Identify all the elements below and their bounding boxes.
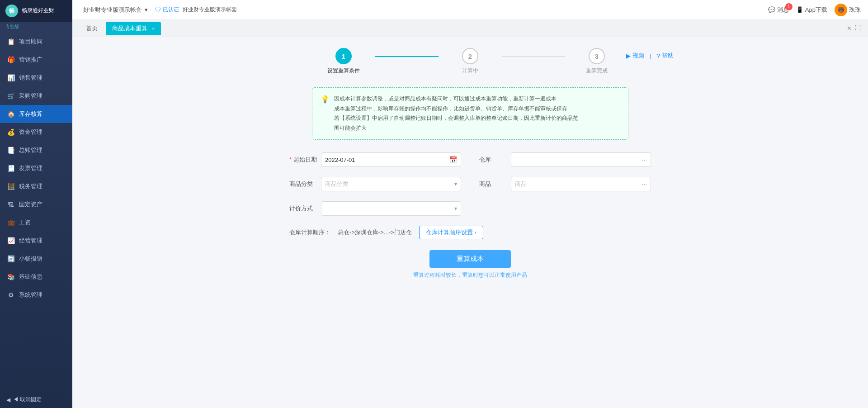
assets-icon: 🏗 [6, 200, 15, 209]
expense-icon: 🔄 [6, 254, 15, 263]
stepper-help: ▶ 视频 | ? 帮助 [626, 52, 674, 60]
inventory-icon: 🏠 [6, 109, 15, 119]
tab-recalc[interactable]: 商品成本重算× [106, 22, 161, 35]
warehouse-more-icon[interactable]: ··· [642, 156, 647, 163]
sidebar-label-invoice: 发票管理 [19, 164, 42, 172]
stepper-circle-0: 1 [335, 48, 352, 64]
recalc-section: 重算成本 重算过程耗时较长，重算时您可以正常使用产品 [289, 250, 651, 279]
tab-label-recalc: 商品成本重算 [112, 24, 147, 33]
category-arrow-icon: ▾ [454, 181, 457, 187]
sidebar-item-basic[interactable]: 📚 基础信息 [0, 268, 72, 286]
stepper-label-2: 重算完成 [586, 67, 608, 75]
messages-badge: 1 [785, 3, 793, 10]
sidebar-item-tax[interactable]: 🧮 税务管理 [0, 177, 72, 195]
sidebar-item-payroll[interactable]: 💼 工资 [0, 213, 72, 232]
sidebar-label-assets: 固定资产 [19, 200, 42, 209]
sidebar-item-finance[interactable]: 💰 资金管理 [0, 123, 72, 141]
goods-label: 商品 [479, 180, 511, 188]
sidebar-item-invoice[interactable]: 🧾 发票管理 [0, 159, 72, 177]
sidebar-label-expense: 小畅报销 [19, 255, 42, 263]
warehouse-order-settings-button[interactable]: 仓库计算顺序设置 › [419, 226, 483, 239]
recalc-button[interactable]: 重算成本 [429, 250, 511, 268]
sidebar-item-marketing[interactable]: 🎁 营销推广 [0, 51, 72, 69]
warehouse-order-label: 仓库计算顺序： [289, 228, 330, 237]
warehouse-field: 仓库 ··· [479, 152, 651, 167]
sidebar-label-ledger: 总账管理 [19, 146, 42, 154]
sidebar-label-basic: 基础信息 [19, 273, 42, 281]
category-input[interactable]: 商品分类 ▾ [321, 177, 461, 191]
pricing-field: 计价方式 ▾ [289, 201, 461, 216]
content-area: 1 设置重算条件 2 计算中 3 重算完成 ▶ 视频 | ? 帮助 [72, 37, 868, 408]
notice-text: 因成本计算参数调整，或是对商品成本有疑问时，可以通过成本重算功能，重新计算一遍成… [334, 94, 578, 133]
tab-actions: × ⛶ [847, 24, 861, 33]
messages-button[interactable]: 💬 消息 1 [768, 6, 789, 14]
start-date-input[interactable]: 2022-07-01 📅 [321, 152, 461, 167]
sidebar-item-inventory[interactable]: 🏠 库存核算 [0, 105, 72, 123]
goods-input[interactable]: 商品 ··· [511, 177, 651, 191]
sales-icon: 📊 [6, 73, 15, 82]
verified-badge: 🛡 已认证 [155, 6, 179, 14]
video-help-button[interactable]: ▶ 视频 [626, 52, 644, 60]
sidebar-label-operation: 经营管理 [19, 237, 42, 245]
stepper-line-1 [375, 56, 439, 57]
basic-icon: 📚 [6, 272, 15, 281]
purchase-icon: 🛒 [6, 91, 15, 100]
project-icon: 📋 [6, 37, 15, 46]
warehouse-label: 仓库 [479, 156, 511, 164]
warehouse-order-row: 仓库计算顺序： 总仓->深圳仓库->...->门店仓 仓库计算顺序设置 › [289, 226, 651, 239]
sidebar-item-project[interactable]: 📋 项目顾问 [0, 33, 72, 51]
expand-panel-button[interactable]: ⛶ [855, 24, 861, 33]
tab-close-recalc[interactable]: × [152, 26, 155, 31]
pricing-label: 计价方式 [289, 204, 321, 213]
recalc-hint: 重算过程耗时较长，重算时您可以正常使用产品 [289, 271, 651, 279]
calendar-icon[interactable]: 📅 [449, 156, 457, 163]
user-avatar-button[interactable]: 🐻 珠珠 [835, 4, 861, 16]
sidebar-item-assets[interactable]: 🏗 固定资产 [0, 195, 72, 213]
stepper-step-0: 1 设置重算条件 [312, 48, 375, 75]
sidebar-item-operation[interactable]: 📈 经营管理 [0, 232, 72, 250]
sidebar-item-purchase[interactable]: 🛒 采购管理 [0, 87, 72, 105]
logo-icon: 畅 [5, 5, 18, 17]
sidebar-logo: 畅 畅康通好业财 [0, 0, 72, 22]
stepper-label-1: 计算中 [462, 67, 478, 75]
sidebar-label-purchase: 采购管理 [19, 92, 42, 100]
warehouse-input[interactable]: ··· [511, 152, 651, 167]
sidebar-item-ledger[interactable]: 📑 总账管理 [0, 141, 72, 159]
marketing-icon: 🎁 [6, 55, 15, 64]
sidebar-item-sales[interactable]: 📊 销售管理 [0, 69, 72, 87]
start-date-field: 起始日期 2022-07-01 📅 [289, 152, 461, 167]
category-label: 商品分类 [289, 180, 321, 188]
close-panel-button[interactable]: × [847, 24, 851, 33]
chevron-down-icon: ▾ [145, 6, 148, 13]
question-icon: ? [657, 52, 660, 59]
sidebar-label-project: 项目顾问 [19, 38, 42, 46]
sidebar-label-inventory: 库存核算 [19, 110, 42, 118]
pricing-input[interactable]: ▾ [321, 201, 461, 216]
edition-label: 专业版 [0, 22, 72, 33]
warehouse-order-value: 总仓->深圳仓库->...->门店仓 [338, 228, 412, 237]
stepper: 1 设置重算条件 2 计算中 3 重算完成 [312, 48, 628, 75]
main-area: 好业财专业版演示帐套 ▾ 🛡 已认证 好业财专业版演示帐套 💬 消息 1 📱 A… [72, 0, 868, 408]
sidebar-item-expense[interactable]: 🔄 小畅报销 [0, 250, 72, 268]
sidebar-label-system: 系统管理 [19, 291, 42, 299]
topbar-left: 好业财专业版演示帐套 ▾ 🛡 已认证 好业财专业版演示帐套 [80, 4, 237, 16]
goods-more-icon[interactable]: ··· [642, 180, 647, 188]
stepper-step-1: 2 计算中 [439, 48, 502, 75]
sidebar: 畅 畅康通好业财 专业版 📋 项目顾问 🎁 营销推广 📊 销售管理 🛒 采购管理… [0, 0, 72, 408]
topbar: 好业财专业版演示帐套 ▾ 🛡 已认证 好业财专业版演示帐套 💬 消息 1 📱 A… [72, 0, 868, 20]
tab-home[interactable]: 首页 [80, 22, 104, 35]
tax-icon: 🧮 [6, 182, 15, 191]
payroll-icon: 💼 [6, 218, 15, 227]
help-button[interactable]: ? 帮助 [657, 52, 674, 60]
stepper-circle-1: 2 [462, 48, 478, 64]
stepper-line-2 [502, 56, 565, 57]
account-selector[interactable]: 好业财专业版演示帐套 ▾ [80, 4, 151, 16]
goods-field: 商品 商品 ··· [479, 177, 651, 191]
bulb-icon: 💡 [321, 95, 330, 133]
sidebar-label-marketing: 营销推广 [19, 56, 42, 64]
sidebar-unpin[interactable]: ◀ ◀ 取消固定 [0, 391, 72, 408]
sidebar-item-system[interactable]: ⚙ 系统管理 [0, 286, 72, 304]
stepper-step-2: 3 重算完成 [565, 48, 628, 75]
app-download-button[interactable]: 📱 App下载 [796, 6, 827, 14]
sidebar-label-tax: 税务管理 [19, 182, 42, 190]
